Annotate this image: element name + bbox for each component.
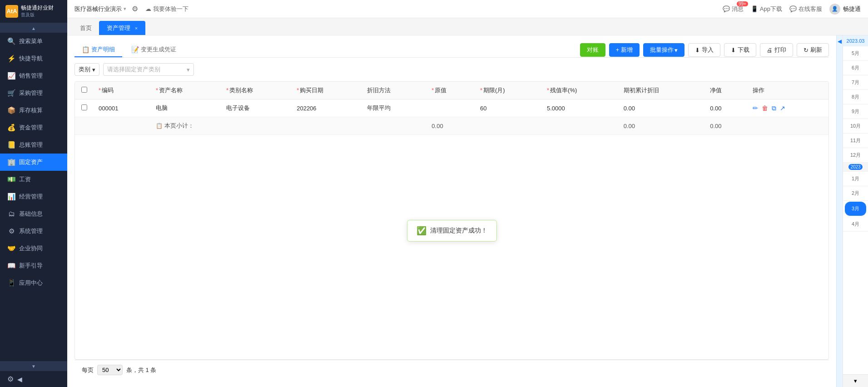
sidebar-item-sysmanage[interactable]: ⚙ 系统管理 [0,223,67,240]
import-icon: ⬇ [695,47,700,54]
pagination: 每页 50 10 20 100 条，共 1 条 [74,360,829,380]
year-badge: 2023 [848,164,862,170]
online-service-icon: 💬 [789,5,797,12]
tab-close-icon[interactable]: × [135,25,138,31]
batch-button[interactable]: 批量操作 ▾ [643,43,684,57]
sidebar-item-inventory[interactable]: 📦 库存核算 [0,102,67,119]
sidebar-item-wages[interactable]: 💵 工资 [0,171,67,188]
month-12[interactable]: 12月 [843,148,868,163]
th-category-name: *类别名称 [221,82,291,99]
sidebar-item-ledger[interactable]: 📒 总账管理 [0,136,67,154]
sub-tab-asset-detail-label: 资产明细 [91,45,115,54]
th-code: *编码 [93,82,150,99]
copy-icon[interactable]: ⧉ [772,104,776,112]
month-10[interactable]: 10月 [843,119,868,134]
app-download-label: App下载 [760,5,782,13]
reconcile-button[interactable]: 对账 [580,43,605,57]
refresh-button[interactable]: ↻ 刷新 [797,43,829,57]
experience-btn[interactable]: ☁ 我要体验一下 [145,5,188,13]
sidebar-scroll-up[interactable]: ▲ [0,23,67,33]
print-button[interactable]: 🖨 打印 [760,43,793,57]
right-panel-wrapper: ◀ 2023.03 5月 6月 7月 8月 9月 10月 11月 12月 202… [836,35,868,387]
calendar-toggle[interactable]: ◀ [836,35,843,387]
sidebar-item-search[interactable]: 🔍 搜索菜单 [0,33,67,50]
calendar-toggle-icon: ◀ [838,38,842,45]
row-checkbox[interactable] [81,104,87,110]
month-2023-4[interactable]: 4月 [843,217,868,232]
company-selector[interactable]: 医疗器械行业演示 ▾ [74,5,126,13]
tab-asset-manage[interactable]: 资产管理 × [99,21,145,35]
th-period-month: *期限(月) [475,82,541,99]
sidebar-item-basicinfo[interactable]: 🗂 基础信息 [0,205,67,223]
batch-arrow-icon: ▾ [675,47,678,54]
change-voucher-icon: 📝 [131,46,139,53]
edit-icon[interactable]: ✏ [753,104,758,112]
sidebar-item-sales[interactable]: 📈 销售管理 [0,67,67,84]
refresh-icon: ↻ [804,47,808,54]
month-9[interactable]: 9月 [843,104,868,119]
calendar-down-icon: ▾ [854,377,857,384]
online-service-btn[interactable]: 💬 在线客服 [789,5,822,13]
sub-tabs: 📋 资产明细 📝 变更生成凭证 对账 + 新增 批量操作 ▾ ⬇ [74,43,829,58]
tab-asset-label: 资产管理 [107,25,130,31]
sidebar-label-fixedasset: 固定资产 [19,158,43,166]
sidebar-item-enterprise[interactable]: 🤝 企业协同 [0,240,67,257]
refresh-label: 刷新 [810,46,822,54]
sidebar-item-operations[interactable]: 📊 经营管理 [0,188,67,205]
operations-icon: 📊 [7,193,15,201]
calendar-down-btn[interactable]: ▾ [843,374,868,387]
print-icon: 🖨 [767,47,773,54]
sidebar-item-appcenter[interactable]: 📱 应用中心 [0,274,67,292]
collapse-icon[interactable]: ◀ [17,376,22,383]
sidebar-item-guide[interactable]: 📖 新手引导 [0,257,67,274]
more-icon[interactable]: ↗ [780,104,785,112]
category-value-filter[interactable]: 请选择固定资产类别 ▾ [103,63,194,76]
download-button[interactable]: ⬇ 下载 [724,43,756,57]
month-6[interactable]: 6月 [843,61,868,75]
batch-label: 批量操作 [650,46,674,54]
app-download-btn[interactable]: 📱 App下载 [751,5,782,13]
sub-tab-change-voucher-label: 变更生成凭证 [141,45,176,54]
table-header-row: *编码 *资产名称 *类别名称 *购买日期 折旧方法 *原值 *期限(月) *残… [75,82,828,99]
new-button[interactable]: + 新增 [609,43,640,57]
category-filter[interactable]: 类别 ▾ [74,63,99,76]
calendar-header[interactable]: 2023.03 [843,35,868,46]
td-period-month: 60 [475,99,541,117]
month-2023-1[interactable]: 1月 [843,172,868,186]
message-icon: 💬 [723,5,730,12]
subtotal-original: 0.00 [426,117,475,135]
td-net-value: 0.00 [704,99,747,117]
per-page-select[interactable]: 50 10 20 100 [97,365,123,375]
content-area: 📋 资产明细 📝 变更生成凭证 对账 + 新增 批量操作 ▾ ⬇ [67,35,868,387]
settings-icon[interactable]: ⚙ [7,375,14,383]
sidebar-label-guide: 新手引导 [19,262,43,270]
sub-tab-change-voucher[interactable]: 📝 变更生成凭证 [124,43,184,57]
table-wrapper[interactable]: *编码 *资产名称 *类别名称 *购买日期 折旧方法 *原值 *期限(月) *残… [74,81,829,360]
tab-home[interactable]: 首页 [74,21,97,35]
subtotal-empty-1 [75,117,93,135]
th-net-value: 净值 [704,82,747,99]
sidebar-item-quicknav[interactable]: ⚡ 快捷导航 [0,50,67,67]
company-settings-icon[interactable]: ⚙ [132,5,138,13]
category-label: 类别 [79,65,90,74]
select-all-checkbox[interactable] [81,87,87,93]
import-button[interactable]: ⬇ 导入 [688,43,720,57]
app-logo-icon: AtA [5,5,18,18]
sidebar-item-fixedasset[interactable]: 🏢 固定资产 [0,154,67,171]
td-code: 000001 [93,99,150,117]
month-7[interactable]: 7月 [843,75,868,90]
month-8[interactable]: 8月 [843,90,868,104]
delete-icon[interactable]: 🗑 [762,104,768,112]
user-menu[interactable]: 👤 畅捷通 [829,4,861,15]
sidebar-item-finance[interactable]: 💰 资金管理 [0,119,67,136]
sidebar-label-operations: 经营管理 [19,193,43,201]
sub-tab-asset-detail[interactable]: 📋 资产明细 [74,43,122,57]
message-btn[interactable]: 💬 消息 99+ [723,5,744,13]
month-2023-2[interactable]: 2月 [843,186,868,201]
month-2023-3[interactable]: 3月 [845,202,866,216]
subtotal-empty-4 [475,117,541,135]
month-11[interactable]: 11月 [843,134,868,148]
sidebar-scroll-down[interactable]: ▼ [0,361,67,371]
sidebar-item-purchase[interactable]: 🛒 采购管理 [0,84,67,102]
month-5[interactable]: 5月 [843,46,868,61]
